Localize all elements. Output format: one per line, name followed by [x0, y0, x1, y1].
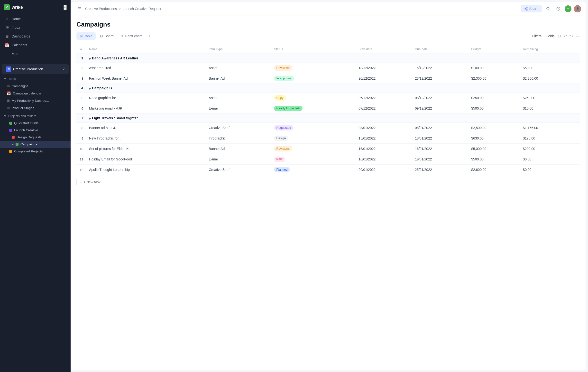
due-date: 09/12/2022	[412, 103, 468, 114]
hamburger-button[interactable]: ☰	[75, 5, 83, 13]
status-badge: Revisions	[274, 146, 292, 151]
task-name[interactable]: Need graphics for...	[86, 93, 206, 103]
folder-icon-green-campaigns	[16, 143, 19, 146]
col-remaining[interactable]: Remaining ...	[520, 44, 580, 54]
remaining: $2,300.00	[520, 73, 580, 84]
task-name[interactable]: Set of pictures for Elden K...	[86, 144, 206, 154]
table-row[interactable]: 6 Marketing email - AJP E-mail Ready for…	[76, 103, 580, 114]
task-status[interactable]: In approval	[271, 73, 356, 84]
row-number: 1	[76, 54, 86, 63]
col-budget[interactable]: Budget	[468, 44, 520, 54]
tab-gantt[interactable]: ≡ Gantt chart	[118, 32, 145, 40]
task-status[interactable]: Revisions	[271, 144, 356, 154]
workspace-icon: ⊞	[6, 66, 11, 72]
task-status[interactable]: Planned	[271, 165, 356, 175]
start-date: 15/01/2022	[356, 133, 412, 144]
row-number: 6	[76, 103, 86, 114]
col-name[interactable]: Name	[86, 44, 206, 54]
budget: $250.00	[468, 93, 520, 103]
search-button[interactable]	[544, 5, 552, 13]
sidebar-item-productivity[interactable]: ⊞ My Productivity Dashbo...	[0, 97, 71, 104]
table-row[interactable]: 3 Fashion Week Banner Ad Banner Ad In ap…	[76, 73, 580, 84]
folders-section-header[interactable]: ∨ Projects and folders	[0, 112, 71, 119]
task-name[interactable]: Banner ad Matt J.	[86, 123, 206, 133]
svg-point-0	[526, 7, 527, 8]
add-view-button[interactable]: +	[146, 32, 153, 40]
table-row[interactable]: 1 ▶Band Awareness AR Leather	[76, 54, 580, 63]
col-due-date[interactable]: Due date	[412, 44, 468, 54]
undo-button[interactable]: ↩	[563, 33, 568, 39]
tab-table[interactable]: ⊞ Table	[76, 32, 96, 40]
fields-button[interactable]: Fields	[544, 33, 556, 39]
filters-button[interactable]: Filters	[531, 33, 543, 39]
sidebar-item-more[interactable]: ··· More	[0, 49, 71, 58]
table-row[interactable]: 11 Holiday Email for GoodFood E-mail New…	[76, 154, 580, 165]
sidebar-collapse-button[interactable]: «	[63, 5, 67, 10]
budget: $500.00	[468, 103, 520, 114]
workspace-selector[interactable]: ⊞ Creative Production ∨	[2, 64, 69, 74]
sidebar-item-campaigns-folder[interactable]: ▶ Campaigns	[0, 141, 71, 148]
task-name[interactable]: Fashion Week Banner Ad	[86, 73, 206, 84]
new-task-button[interactable]: + + New task	[76, 178, 104, 186]
sidebar-item-design-requests[interactable]: Design Requests	[0, 134, 71, 141]
workspace-chevron-icon: ∨	[62, 67, 65, 71]
task-name[interactable]: New Infographic for...	[86, 133, 206, 144]
table-icon: ⊞	[80, 34, 83, 38]
row-number: 10	[76, 144, 86, 154]
sidebar-item-dashboards[interactable]: ⊞ Dashboards	[0, 32, 71, 41]
task-status[interactable]: Copy	[271, 93, 356, 103]
sidebar-item-product-stages[interactable]: ⊞ Product Stages	[0, 104, 71, 112]
settings-icon[interactable]: ⚙	[79, 47, 83, 51]
sidebar-item-campaign-calendar[interactable]: 📅 Campaign calendar	[0, 90, 71, 97]
sidebar-item-quickstart[interactable]: Quickstart Guide	[0, 119, 71, 127]
task-status[interactable]: Ready for publish	[271, 103, 356, 114]
redo-button[interactable]: ↪	[569, 33, 574, 39]
due-date: 18/01/2022	[412, 133, 468, 144]
task-name[interactable]: Asset required	[86, 63, 206, 73]
item-type: E-mail	[206, 103, 271, 114]
sidebar-item-launch-creative[interactable]: Launch Creative...	[0, 127, 71, 134]
sidebar-item-campaigns[interactable]: ⊞ Campaigns	[0, 82, 71, 90]
more-icon: ···	[5, 52, 9, 56]
sidebar-item-home[interactable]: ⌂ Home	[0, 15, 71, 23]
more-options-button[interactable]: ···	[575, 33, 580, 39]
tab-board[interactable]: ⊟ Board	[97, 32, 117, 40]
share-button[interactable]: Share	[521, 5, 542, 12]
status-badge: Ready for publish	[274, 106, 303, 111]
table-row[interactable]: 5 Need graphics for... Asset Copy 06/12/…	[76, 93, 580, 103]
help-button[interactable]	[554, 5, 562, 13]
task-name[interactable]: Apollo Thought Leadership	[86, 165, 206, 175]
add-button[interactable]: +	[565, 5, 571, 12]
task-name[interactable]: Holiday Email for GoodFood	[86, 154, 206, 165]
task-status[interactable]: Requested	[271, 123, 356, 133]
campaigns-table: ⚙ Name Item Type Status Start date Due d…	[76, 44, 580, 175]
remaining: $200.00	[520, 144, 580, 154]
table-row[interactable]: 12 Apollo Thought Leadership Creative Br…	[76, 165, 580, 175]
home-icon: ⌂	[5, 17, 9, 21]
sidebar-item-inbox[interactable]: ✉ Inbox	[0, 23, 71, 32]
remaining: $250.00	[520, 93, 580, 103]
svg-line-6	[549, 10, 550, 10]
task-status[interactable]: New	[271, 154, 356, 165]
task-status[interactable]: Revisions	[271, 63, 356, 73]
topbar: ☰ Creative Productions > Launch Creative…	[71, 2, 586, 16]
budget: $2,600.00	[468, 165, 520, 175]
logo-check-icon: ✓	[4, 4, 10, 10]
table-row[interactable]: 2 Asset required Asset Revisions 13/12/2…	[76, 63, 580, 73]
col-item-type[interactable]: Item Type	[206, 44, 271, 54]
col-status[interactable]: Status	[271, 44, 356, 54]
svg-point-2	[526, 10, 527, 11]
task-status[interactable]: Design	[271, 133, 356, 144]
table-row[interactable]: 4 ▶Campaign B	[76, 84, 580, 93]
main-content: ☰ Creative Productions > Launch Creative…	[71, 2, 586, 370]
sidebar-item-completed-projects[interactable]: Completed Projects	[0, 148, 71, 155]
task-name[interactable]: Marketing email - AJP	[86, 103, 206, 114]
sidebar-item-calendars[interactable]: 📅 Calendars	[0, 41, 71, 49]
col-start-date[interactable]: Start date	[356, 44, 412, 54]
tools-section-header[interactable]: ∨ Tools	[0, 75, 71, 82]
table-row[interactable]: 7 ▶Light Travels "Smart flights"	[76, 114, 580, 123]
table-row[interactable]: 8 Banner ad Matt J. Creative Brief Reque…	[76, 123, 580, 133]
table-row[interactable]: 10 Set of pictures for Elden K... Banner…	[76, 144, 580, 154]
table-row[interactable]: 9 New Infographic for... Infographic Des…	[76, 133, 580, 144]
view-toggle-button[interactable]: ⊟	[557, 33, 562, 39]
